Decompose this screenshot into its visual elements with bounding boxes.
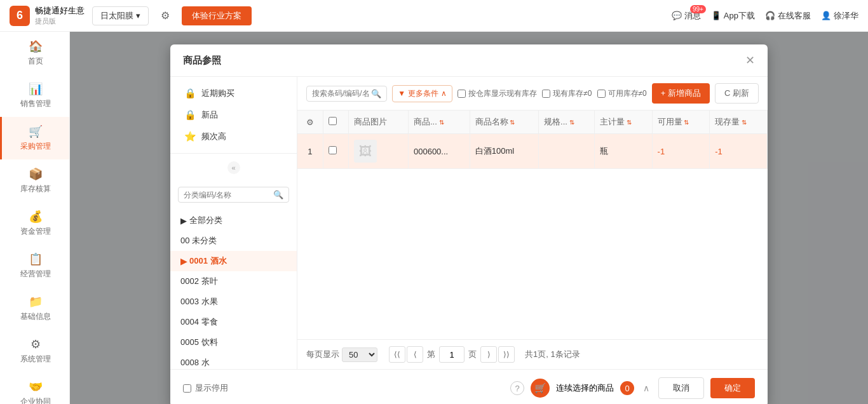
th-code[interactable]: 商品... bbox=[408, 111, 470, 134]
product-search-input[interactable] bbox=[312, 89, 369, 98]
app-download-button[interactable]: 📱 App下载 bbox=[711, 10, 755, 22]
refresh-button[interactable]: C 刷新 bbox=[715, 83, 759, 104]
th-name[interactable]: 商品名称 bbox=[470, 111, 538, 134]
th-settings[interactable]: ⚙ bbox=[297, 111, 323, 134]
sales-icon: 📊 bbox=[29, 82, 43, 96]
star-icon: ⭐ bbox=[184, 131, 196, 142]
sidebar-item-purchase[interactable]: 🛒 采购管理 bbox=[0, 117, 69, 159]
user-name: 徐泽华 bbox=[834, 10, 858, 22]
settings-button[interactable]: ⚙ bbox=[155, 6, 175, 26]
messages-button[interactable]: 💬 消息 99+ bbox=[672, 10, 701, 22]
user-menu[interactable]: 👤 徐泽华 bbox=[821, 10, 858, 22]
cat-tea[interactable]: 0002 茶叶 bbox=[170, 271, 297, 292]
page-last-button[interactable]: ⟩⟩ bbox=[498, 346, 515, 363]
cat-all[interactable]: ▶ 全部分类 bbox=[170, 210, 297, 231]
cat-label-uncategorized: 00 未分类 bbox=[180, 235, 217, 246]
checkbox-stock-neq0[interactable]: 现有库存≠0 bbox=[542, 88, 592, 99]
page-prev-button[interactable]: ⟨ bbox=[407, 346, 423, 363]
row-unit: 瓶 bbox=[594, 134, 652, 169]
messages-badge: 99+ bbox=[690, 5, 706, 13]
sidebar-item-inventory[interactable]: 📦 库存核算 bbox=[0, 159, 69, 202]
product-table: ⚙ 商品图片 商品... 商品名称 规格... 主计量 可用量 现存量 bbox=[297, 111, 768, 169]
per-page-dropdown[interactable]: 50 100 bbox=[342, 347, 377, 362]
cat-snack[interactable]: 0004 零食 bbox=[170, 312, 297, 332]
sidebar-item-collab[interactable]: 🤝 企业协同 bbox=[0, 372, 69, 404]
table-row[interactable]: 1 🖼 000600... 白酒100ml 瓶 bbox=[297, 134, 768, 169]
sidebar: 🏠 首页 📊 销售管理 🛒 采购管理 📦 库存核算 💰 资金管理 📋 经营管理 … bbox=[0, 32, 70, 404]
row-checkbox-input[interactable] bbox=[329, 146, 337, 154]
search-icon: 🔍 bbox=[273, 190, 283, 199]
product-search-wrap[interactable]: 🔍 bbox=[306, 86, 387, 102]
select-all-checkbox[interactable] bbox=[329, 117, 337, 125]
page-next-button[interactable]: ⟩ bbox=[480, 346, 497, 363]
cat-fruit[interactable]: 0003 水果 bbox=[170, 292, 297, 312]
checkbox-stock-neq0-input[interactable] bbox=[542, 90, 550, 98]
online-service-button[interactable]: 🎧 在线客服 bbox=[765, 10, 811, 22]
th-available[interactable]: 可用量 bbox=[652, 111, 710, 134]
th-stock[interactable]: 现存量 bbox=[710, 111, 768, 134]
th-checkbox[interactable] bbox=[323, 111, 349, 134]
topbar-right: 💬 消息 99+ 📱 App下载 🎧 在线客服 👤 徐泽华 bbox=[672, 10, 858, 22]
mgmt-icon: 📋 bbox=[29, 252, 43, 266]
info-icon: 📁 bbox=[29, 295, 43, 309]
sidebar-item-system[interactable]: ⚙ 系统管理 bbox=[0, 330, 69, 372]
sidebar-item-management[interactable]: 📋 经营管理 bbox=[0, 245, 69, 287]
modal-title: 商品参照 bbox=[183, 55, 221, 67]
category-search-input[interactable] bbox=[184, 191, 271, 199]
store-select[interactable]: 日太阳膜 ▾ bbox=[92, 6, 149, 25]
page-total-info: 共1页, 1条记录 bbox=[525, 349, 580, 360]
page-first-button[interactable]: ⟨⟨ bbox=[389, 346, 405, 363]
filter-btn-label: 更多条件 bbox=[408, 88, 438, 99]
row-stock: -1 bbox=[710, 134, 768, 169]
category-search-box[interactable]: 🔍 bbox=[178, 187, 289, 203]
checkbox-avail-neq0-label: 可用库存≠0 bbox=[608, 88, 647, 99]
modal-footer: 显示停用 ? 🛒 连续选择的商品 0 ∧ 取消 确定 bbox=[170, 369, 768, 404]
collapse-button[interactable]: « bbox=[227, 161, 240, 174]
cat-label-snack: 0004 零食 bbox=[180, 316, 218, 328]
tab-new-label: 新品 bbox=[201, 109, 218, 121]
checkbox-avail-neq0-input[interactable] bbox=[597, 90, 606, 98]
sidebar-label-home: 首页 bbox=[28, 56, 43, 67]
right-panel: 🔍 ▼ 更多条件 ∧ 按仓库显示现有库存 bbox=[297, 77, 768, 369]
cat-water[interactable]: 0008 水 bbox=[170, 353, 297, 369]
sidebar-item-finance[interactable]: 💰 资金管理 bbox=[0, 202, 69, 245]
row-image: 🖼 bbox=[349, 134, 409, 169]
cart-label: 连续选择的商品 bbox=[556, 382, 614, 394]
show-disabled-input[interactable] bbox=[183, 384, 191, 393]
cat-label-beverage: 0005 饮料 bbox=[180, 337, 218, 348]
app-icon: 📱 bbox=[711, 11, 721, 20]
checkbox-show-stock[interactable]: 按仓库显示现有库存 bbox=[458, 88, 537, 99]
th-spec[interactable]: 规格... bbox=[539, 111, 595, 134]
tab-new-product[interactable]: 🔒 新品 bbox=[178, 105, 289, 125]
product-reference-modal: 商品参照 ✕ 🔒 近期购买 🔒 bbox=[170, 44, 768, 404]
footer-collapse-button[interactable]: ∧ bbox=[641, 380, 652, 396]
modal-header: 商品参照 ✕ bbox=[170, 44, 768, 77]
show-disabled-checkbox[interactable]: 显示停用 bbox=[183, 382, 228, 394]
th-unit[interactable]: 主计量 bbox=[594, 111, 652, 134]
confirm-button[interactable]: 确定 bbox=[710, 378, 755, 398]
logo-label: 畅捷通好生意 bbox=[35, 5, 85, 17]
more-filters-button[interactable]: ▼ 更多条件 ∧ bbox=[392, 85, 452, 102]
per-page-select[interactable]: 每页显示 50 100 bbox=[306, 347, 377, 362]
sidebar-item-home[interactable]: 🏠 首页 bbox=[0, 32, 69, 74]
page-number-input[interactable] bbox=[439, 346, 465, 363]
purchase-icon: 🛒 bbox=[29, 125, 43, 138]
tab-frequent[interactable]: ⭐ 频次高 bbox=[178, 126, 289, 147]
main-layout: 🏠 首页 📊 销售管理 🛒 采购管理 📦 库存核算 💰 资金管理 📋 经营管理 … bbox=[0, 32, 868, 404]
sidebar-item-basic-info[interactable]: 📁 基础信息 bbox=[0, 287, 69, 330]
tab-recent-purchase[interactable]: 🔒 近期购买 bbox=[178, 83, 289, 104]
sidebar-item-sales[interactable]: 📊 销售管理 bbox=[0, 74, 69, 117]
help-icon[interactable]: ? bbox=[510, 381, 524, 395]
row-checkbox[interactable] bbox=[323, 134, 349, 169]
logo-icon: 6 bbox=[10, 6, 30, 26]
checkbox-avail-neq0[interactable]: 可用库存≠0 bbox=[597, 88, 647, 99]
modal-close-button[interactable]: ✕ bbox=[745, 53, 755, 67]
checkbox-stock-input[interactable] bbox=[458, 90, 466, 98]
add-product-button[interactable]: + 新增商品 bbox=[652, 83, 710, 104]
topbar: 6 畅捷通好生意 捷员版 日太阳膜 ▾ ⚙ 体验行业方案 💬 消息 99+ 📱 … bbox=[0, 0, 868, 32]
cat-beverage[interactable]: 0005 饮料 bbox=[170, 332, 297, 353]
try-industry-button[interactable]: 体验行业方案 bbox=[182, 6, 252, 25]
cancel-button[interactable]: 取消 bbox=[658, 377, 704, 399]
cat-liquor[interactable]: ▶ 0001 酒水 bbox=[170, 251, 297, 271]
cat-uncategorized[interactable]: 00 未分类 bbox=[170, 231, 297, 251]
